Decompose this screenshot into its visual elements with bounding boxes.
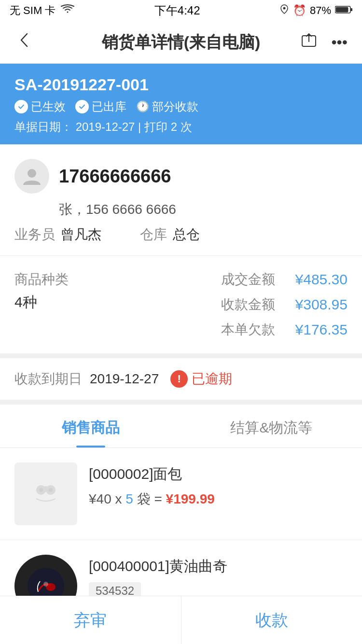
product-name-2: [000400001]黄油曲奇 xyxy=(89,557,348,576)
status-bar: 无 SIM 卡 下午4:42 ⏰ 87% xyxy=(0,0,362,21)
overdue-text: 已逾期 xyxy=(192,370,232,388)
check-icon-1 xyxy=(14,100,28,113)
svg-point-13 xyxy=(43,582,48,587)
type-count: 4种 xyxy=(14,293,69,312)
order-date-value: 2019-12-27 xyxy=(76,120,135,133)
receipt-amount-value: ¥308.95 xyxy=(285,296,348,313)
order-id: SA-20191227-001 xyxy=(14,75,348,94)
location-icon xyxy=(279,4,289,17)
svg-rect-3 xyxy=(335,7,348,13)
wifi-icon xyxy=(60,4,75,17)
due-label: 收款到期日 xyxy=(14,370,82,388)
debt-amount-value: ¥176.35 xyxy=(285,322,348,338)
customer-section: 17666666666 张，156 6666 6666 业务员 曾凡杰 仓库 总… xyxy=(0,144,362,256)
order-date-row: 单据日期： 2019-12-27 | 打印 2 次 xyxy=(14,119,348,135)
sales-person-value: 曾凡杰 xyxy=(61,225,101,244)
customer-phone: 17666666666 xyxy=(59,166,171,187)
status-partial: 🕐 部分收款 xyxy=(136,99,198,114)
deal-amount-label: 成交金额 xyxy=(221,270,275,289)
battery-text: 87% xyxy=(310,4,331,17)
due-section: 收款到期日 2019-12-27 ! 已逾期 xyxy=(0,358,362,405)
status-partial-label: 部分收款 xyxy=(152,99,198,114)
nav-actions: ••• xyxy=(301,33,348,52)
status-effective: 已生效 xyxy=(14,99,66,114)
carrier-text: 无 SIM 卡 xyxy=(10,3,56,18)
product-total-1: ¥199.99 xyxy=(166,491,215,506)
page-title: 销货单详情(来自电脑) xyxy=(102,31,261,54)
product-price-1: ¥40 x 5 袋 = ¥199.99 xyxy=(89,490,348,508)
nav-bar: 销货单详情(来自电脑) ••• xyxy=(0,21,362,64)
clock-icon: 🕐 xyxy=(136,100,149,113)
status-left: 无 SIM 卡 xyxy=(10,3,75,18)
stats-section: 商品种类 4种 成交金额 ¥485.30 收款金额 ¥308.95 本单欠款 ¥… xyxy=(0,256,362,358)
back-button[interactable] xyxy=(14,27,34,57)
tab-settlement[interactable]: 结算&物流等 xyxy=(181,405,362,448)
due-date-value: 2019-12-27 xyxy=(90,371,159,387)
deal-amount-row: 成交金额 ¥485.30 xyxy=(221,270,348,289)
customer-avatar xyxy=(14,159,49,194)
more-icon[interactable]: ••• xyxy=(331,33,348,51)
deal-amount-value: ¥485.30 xyxy=(285,271,348,288)
sales-person-item: 业务员 曾凡杰 xyxy=(14,225,101,244)
list-item: [0000002]面包 ¥40 x 5 袋 = ¥199.99 xyxy=(0,448,362,540)
svg-point-10 xyxy=(49,488,53,492)
warehouse-label: 仓库 xyxy=(140,225,167,244)
receipt-amount-label: 收款金额 xyxy=(221,295,275,314)
overdue-badge: ! 已逾期 xyxy=(170,370,232,388)
status-effective-label: 已生效 xyxy=(31,99,66,114)
product-qty-1: 5 xyxy=(125,491,133,506)
order-header: SA-20191227-001 已生效 已出库 🕐 部分收款 单据日期： 201… xyxy=(0,64,362,144)
customer-name: 张，156 6666 6666 xyxy=(59,200,348,219)
svg-point-9 xyxy=(39,488,43,492)
bottom-bar: 弃审 收款 xyxy=(0,596,362,644)
svg-point-5 xyxy=(28,169,36,178)
receipt-amount-row: 收款金额 ¥308.95 xyxy=(221,295,348,314)
status-row: 已生效 已出库 🕐 部分收款 xyxy=(14,99,348,114)
warehouse-item: 仓库 总仓 xyxy=(140,225,200,244)
tabs-section: 销售商品 结算&物流等 xyxy=(0,405,362,448)
print-info: | 打印 2 次 xyxy=(138,120,192,133)
alarm-icon: ⏰ xyxy=(293,4,306,17)
product-info-1: [0000002]面包 ¥40 x 5 袋 = ¥199.99 xyxy=(89,462,348,508)
status-time: 下午4:42 xyxy=(154,3,200,18)
stats-left: 商品种类 4种 xyxy=(14,270,69,312)
check-icon-2 xyxy=(75,100,89,113)
stats-right: 成交金额 ¥485.30 收款金额 ¥308.95 本单欠款 ¥176.35 xyxy=(221,270,348,339)
customer-row: 17666666666 xyxy=(14,159,348,194)
sales-person-label: 业务员 xyxy=(14,225,55,244)
warehouse-value: 总仓 xyxy=(173,225,200,244)
product-name-1: [0000002]面包 xyxy=(89,464,348,484)
cancel-audit-button[interactable]: 弃审 xyxy=(0,596,181,644)
status-shipped: 已出库 xyxy=(75,99,126,114)
status-shipped-label: 已出库 xyxy=(92,99,126,114)
battery-icon xyxy=(335,4,352,17)
svg-rect-2 xyxy=(350,8,352,11)
svg-point-8 xyxy=(42,486,50,492)
overdue-icon: ! xyxy=(170,370,188,388)
date-label: 单据日期： xyxy=(14,120,72,133)
debt-amount-label: 本单欠款 xyxy=(221,321,275,339)
debt-amount-row: 本单欠款 ¥176.35 xyxy=(221,321,348,339)
type-label: 商品种类 xyxy=(14,270,69,289)
svg-point-0 xyxy=(283,7,285,10)
customer-meta: 业务员 曾凡杰 仓库 总仓 xyxy=(14,225,348,244)
status-right: ⏰ 87% xyxy=(279,4,352,17)
product-image-1 xyxy=(14,462,77,525)
tab-sales-products[interactable]: 销售商品 xyxy=(0,405,181,448)
share-icon[interactable] xyxy=(301,33,317,52)
receipt-button[interactable]: 收款 xyxy=(181,596,362,644)
